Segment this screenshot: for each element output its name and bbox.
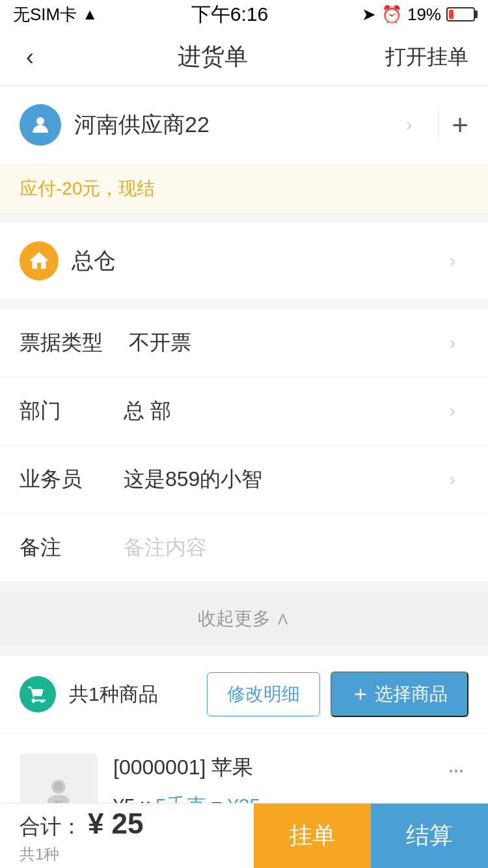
total-count: 共1种 — [20, 844, 234, 865]
collapse-bar[interactable]: 收起更多 ∧ — [0, 592, 488, 645]
supplier-name: 河南供应商22 — [74, 110, 406, 140]
status-right: ➤ ⏰ 19% — [362, 5, 475, 25]
battery-fill — [449, 10, 454, 19]
open-pending-button[interactable]: 打开挂单 — [385, 43, 468, 72]
battery-icon — [446, 7, 475, 21]
total-amount: ¥ 25 — [88, 807, 144, 839]
department-chevron-icon: › — [450, 401, 455, 422]
supplier-avatar — [20, 104, 61, 146]
salesman-row[interactable]: 业务员 这是859的小智 › — [0, 446, 488, 514]
status-time: 下午6:16 — [191, 1, 268, 28]
warehouse-icon — [20, 241, 59, 280]
svg-point-0 — [36, 117, 44, 125]
invoice-value: 不开票 — [103, 329, 450, 357]
salesman-value: 这是859的小智 — [98, 465, 450, 494]
select-cart-icon — [351, 685, 370, 703]
invoice-chevron-icon: › — [450, 332, 455, 353]
warehouse-row[interactable]: 总仓 › — [0, 223, 488, 299]
carrier-label: 无SIM卡 — [13, 3, 77, 26]
select-products-button[interactable]: 选择商品 — [331, 671, 468, 717]
battery-percent: 19% — [407, 5, 441, 25]
add-supplier-button[interactable]: + — [452, 111, 468, 139]
select-products-label: 选择商品 — [375, 682, 448, 707]
products-count-label: 共1种商品 — [69, 681, 207, 708]
warehouse-chevron-icon: › — [450, 251, 455, 271]
person-icon — [29, 113, 52, 137]
remark-label: 备注 — [20, 534, 98, 562]
warehouse-card[interactable]: 总仓 › — [0, 223, 488, 299]
products-header: 共1种商品 修改明细 选择商品 — [0, 656, 488, 733]
department-value: 总 部 — [98, 397, 450, 426]
alarm-icon: ⏰ — [381, 5, 402, 25]
page-title: 进货单 — [178, 41, 248, 73]
department-row[interactable]: 部门 总 部 › — [0, 377, 488, 446]
back-button[interactable]: ‹ — [20, 37, 40, 77]
products-icon — [20, 676, 56, 712]
status-left: 无SIM卡 ▲ — [13, 3, 98, 26]
svg-point-3 — [54, 782, 63, 791]
remark-row[interactable]: 备注 备注内容 — [0, 514, 488, 582]
supplier-notice: 应付-20元，现结 — [0, 165, 488, 213]
department-label: 部门 — [20, 397, 98, 426]
status-bar: 无SIM卡 ▲ 下午6:16 ➤ ⏰ 19% — [0, 0, 488, 29]
content: 河南供应商22 › + 应付-20元，现结 总仓 › 票据类型 不开票 › 部门… — [0, 86, 488, 868]
supplier-divider — [438, 112, 439, 138]
supplier-chevron-icon: › — [406, 115, 412, 135]
bottom-bar: 合计： ¥ 25 共1种 挂单 结算 — [0, 803, 488, 868]
form-card: 票据类型 不开票 › 部门 总 部 › 业务员 这是859的小智 › 备注 备注… — [0, 309, 488, 582]
suspend-button[interactable]: 挂单 — [254, 804, 371, 868]
location-icon: ➤ — [362, 5, 376, 25]
checkout-button[interactable]: 结算 — [371, 804, 488, 868]
invoice-row[interactable]: 票据类型 不开票 › — [0, 309, 488, 377]
product-id: [0000001] — [113, 755, 206, 779]
salesman-chevron-icon: › — [450, 469, 455, 490]
edit-details-button[interactable]: 修改明细 — [207, 672, 320, 716]
cart-icon — [27, 684, 48, 705]
product-name: [0000001] 苹果 — [113, 753, 442, 782]
product-more-button[interactable]: ··· — [442, 753, 468, 786]
invoice-label: 票据类型 — [20, 329, 103, 357]
home-icon — [27, 249, 51, 273]
total-label: 合计： — [20, 815, 82, 838]
total-row: 合计： ¥ 25 — [20, 807, 234, 841]
remark-input[interactable]: 备注内容 — [98, 534, 468, 562]
product-title-text: 苹果 — [211, 755, 253, 779]
total-section: 合计： ¥ 25 共1种 — [0, 804, 254, 868]
nav-bar: ‹ 进货单 打开挂单 — [0, 29, 488, 86]
supplier-card: 河南供应商22 › + 应付-20元，现结 — [0, 86, 488, 213]
salesman-label: 业务员 — [20, 465, 98, 494]
wifi-icon: ▲ — [82, 5, 98, 23]
supplier-row[interactable]: 河南供应商22 › + — [0, 86, 488, 165]
warehouse-label: 总仓 — [72, 246, 450, 276]
